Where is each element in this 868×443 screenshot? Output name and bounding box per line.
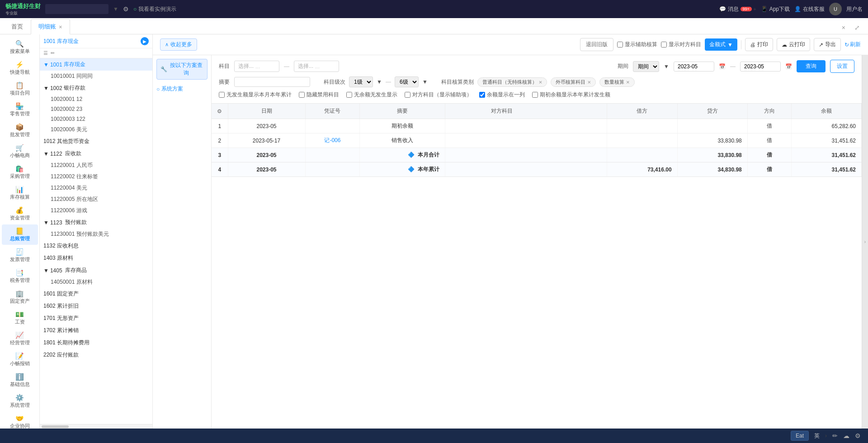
nav-sales-report[interactable]: 📝 小畅报销 [2,349,38,370]
nav-ledger[interactable]: 📒 总账管理 [2,224,38,245]
query-scheme-btn[interactable]: 🔧 按以下方案查询 [156,59,208,80]
nav-quick[interactable]: ⚡ 快捷导航 [2,58,38,78]
tree-node-1012[interactable]: 1012 其他货币资金 [40,135,152,148]
tree-list-icon[interactable]: ☰ [43,50,48,56]
tag-normal-account[interactable]: 普通科目（无特殊核算） × [477,77,547,87]
checkbox-balance-one-col-label[interactable]: 余额显示在一列 [479,91,525,99]
edit-icon[interactable]: ✏ [832,432,838,439]
tag-quantity-account[interactable]: 数量核算 × [599,77,635,87]
account-filter-input2[interactable]: 选择... ... [294,61,339,72]
tree-node-1001[interactable]: ▼ 1001 库存现金 [40,58,152,71]
return-old-btn[interactable]: 退回旧版 [580,38,613,51]
bottom-settings-icon[interactable]: ⚙ [855,432,861,439]
show-opposite-checkbox-label[interactable]: 显示对方科目 [661,41,701,48]
nav-fixed-assets[interactable]: 🏢 固定资产 [2,287,38,307]
eat-btn[interactable]: Eat [791,431,809,441]
panel-collapse-arrow[interactable]: ‹ [866,104,868,117]
top-search-input[interactable] [45,4,108,14]
checkbox-period-begin[interactable] [532,92,538,98]
cloud-print-btn[interactable]: ☁ 云打印 [777,38,810,51]
tree-node-11220006[interactable]: 11220006 游戏 [40,205,152,216]
tree-node-11220005[interactable]: 11220005 所在地区 [40,194,152,205]
checkbox-hide-disabled-label[interactable]: 隐藏禁用科目 [299,91,339,99]
close-tab-icon[interactable]: × [59,24,62,30]
tree-node-1801[interactable]: 1801 长期待摊费用 [40,337,152,349]
account-filter-input[interactable]: 选择... ... [234,61,279,72]
tab-home[interactable]: 首页 [4,19,31,34]
cloud-icon[interactable]: ☁ [843,432,849,439]
tree-node-1122[interactable]: ▼ 1122 应收款 [40,148,152,160]
tree-node-1132[interactable]: 1132 应收利息 [40,240,152,252]
tree-node-11220001[interactable]: 11220001 人民币 [40,160,152,171]
tree-node-1601[interactable]: 1601 固定资产 [40,288,152,300]
tree-node-10020006[interactable]: 10020006 美元 [40,124,152,135]
account-navigate-btn[interactable]: ▶ [141,37,149,45]
nav-retail[interactable]: 🏪 零售管理 [2,100,38,120]
nav-search[interactable]: 🔍 搜索菜单 [2,37,38,57]
window-close-btn[interactable]: × [837,21,850,34]
tag-foreign-account[interactable]: 外币核算科目 × [551,77,596,87]
table-settings-icon[interactable]: ⚙ [217,108,222,114]
lang-btn[interactable]: 英 [814,432,820,440]
checkbox-no-balance-label[interactable]: 无余额无发生显示 [346,91,397,99]
checkbox-hide-disabled[interactable] [299,92,305,98]
tree-node-11230001[interactable]: 11230001 预付账款美元 [40,229,152,240]
nav-purchase[interactable]: 🛍️ 采购管理 [2,162,38,182]
settings-icon-top[interactable]: ⚙ [123,5,129,13]
tree-node-1403[interactable]: 1403 原材料 [40,252,152,264]
expand-more-btn[interactable]: ∧ 收起更多 [160,38,197,51]
tree-node-10020003[interactable]: 10020003 122 [40,114,152,124]
nav-inventory[interactable]: 📊 库存核算 [2,183,38,203]
tree-node-11220004[interactable]: 11220004 美元 [40,182,152,194]
summary-input[interactable] [234,77,310,87]
tree-node-1701[interactable]: 1701 无形资产 [40,312,152,324]
tree-node-1602[interactable]: 1602 累计折旧 [40,300,152,312]
checkbox-balance-one-col[interactable] [479,92,485,98]
nav-salary[interactable]: 💵 工资 [2,308,38,328]
checkbox-no-balance[interactable] [346,92,352,98]
tag-remove-2[interactable]: × [626,79,630,86]
nav-enterprise[interactable]: 🤝 企业协同 [2,412,38,429]
calendar-start-icon[interactable]: 📅 [719,63,726,70]
tree-node-10020002[interactable]: 10020002 23 [40,104,152,114]
setting-btn[interactable]: 设置 [830,60,854,73]
checkbox-opposite-label[interactable]: 对方科目（显示辅助项） [405,91,472,99]
end-period-input[interactable] [740,62,781,71]
tree-node-10020001[interactable]: 10020001 12 [40,94,152,104]
app-download-btn[interactable]: 📱 App下载 [761,5,790,13]
voucher-link[interactable]: 记-006 [324,137,340,143]
window-maximize-btn[interactable]: ⤢ [850,21,864,34]
tree-node-1702[interactable]: 1702 累计摊销 [40,324,152,337]
tree-node-14050001[interactable]: 14050001 原材料 [40,276,152,288]
nav-invoice[interactable]: 🧾 发票管理 [2,245,38,266]
nav-project[interactable]: 📋 项目合同 [2,79,38,99]
tree-node-1405[interactable]: ▼ 1405 库存商品 [40,264,152,276]
nav-tax[interactable]: 📑 税务管理 [2,266,38,286]
show-opposite-checkbox[interactable] [661,42,667,48]
level-end-select[interactable]: 6级 [395,76,419,87]
demo-link[interactable]: ○ 我看看实例演示 [133,5,176,13]
checkbox-period-begin-label[interactable]: 期初余额显示本年累计发生额 [532,91,610,99]
col-settings[interactable]: ⚙ [212,104,228,119]
tree-node-11220002[interactable]: 11220002 往来标签 [40,171,152,182]
tree-edit-icon[interactable]: ✏ [51,50,55,56]
nav-operations[interactable]: 📈 经营管理 [2,329,38,349]
start-period-input[interactable] [674,62,714,71]
nav-capital[interactable]: 💰 资金管理 [2,204,38,224]
export-btn[interactable]: ↗ 导出 [814,38,841,51]
tag-remove-1[interactable]: × [587,79,591,86]
nav-base[interactable]: ℹ️ 基础信息 [2,370,38,391]
checkbox-opposite[interactable] [405,92,410,98]
checkbox-no-occur[interactable] [219,92,225,98]
tree-node-1002[interactable]: ▼ 1002 银行存款 [40,82,152,94]
system-scheme-link[interactable]: ○ 系统方案 [156,83,208,95]
tree-node-1123[interactable]: ▼ 1123 预付账款 [40,216,152,229]
calendar-end-icon[interactable]: 📅 [785,63,792,70]
online-service-btn[interactable]: 👤 在线客服 [794,5,825,13]
user-avatar[interactable]: U [829,3,842,15]
nav-ecommerce[interactable]: 🛒 小畅电商 [2,141,38,162]
refresh-btn[interactable]: ↻ 刷新 [844,41,861,48]
print-btn[interactable]: 🖨 打印 [745,38,773,51]
show-aux-checkbox-label[interactable]: 显示辅助核算 [617,41,657,48]
tag-remove-0[interactable]: × [539,79,542,86]
